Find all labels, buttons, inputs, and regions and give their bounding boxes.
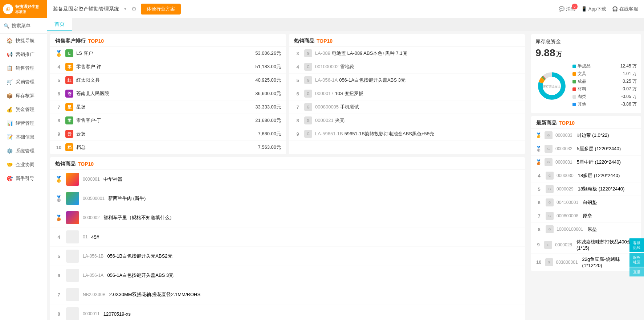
- product-name: 0000021夹壳: [315, 117, 520, 124]
- product-thumb: G: [304, 90, 312, 98]
- customer-service-button[interactable]: 客服热线: [629, 238, 644, 252]
- nav-item-collab[interactable]: 🤝 企业协同: [0, 158, 47, 172]
- app-download-label: App下载: [588, 6, 606, 12]
- rank-medal-icon: 🥈: [55, 195, 62, 202]
- nav-item-guide[interactable]: 🎯 新手引导: [0, 172, 47, 185]
- top-header: 装备及固定资产辅助管理系统 ▼ ⚙ 体验行业方案 💬 消息 6 📱 App下载 …: [47, 0, 644, 18]
- product-scroll-list: 3 G LA-089电池盖 LA-089 ABS本色+黑种 7.1克 4 G 0…: [289, 47, 525, 141]
- newest-products-list: 🥇 G 0000033 封边带 (1.0*22) 🥈 G 0000032 5厘多…: [531, 129, 641, 271]
- product-thumb: [66, 192, 79, 205]
- nav-label-inventory: 库存核算: [16, 93, 34, 99]
- rank-medal-icon: 🥇: [535, 132, 542, 138]
- logo-text: 畅捷通好生意 标准版: [15, 4, 39, 14]
- main-area: 装备及固定资产辅助管理系统 ▼ ⚙ 体验行业方案 💬 消息 6 📱 App下载 …: [47, 0, 644, 320]
- rank-number: 9: [294, 131, 301, 137]
- avatar: 苍: [65, 90, 73, 98]
- customer-name: 零售客户-许: [76, 63, 252, 70]
- rank-medal-icon: 🥉: [535, 159, 542, 165]
- product-name: 新西兰牛肉 (新牛): [108, 195, 146, 202]
- rank-number: 5: [55, 254, 62, 259]
- product-thumb: [66, 269, 79, 282]
- online-service-button[interactable]: 🎧 在线客服: [612, 6, 638, 12]
- legend-value: 1.01 万: [623, 71, 637, 77]
- customer-ranking-card: 销售客户排行 TOP10 🥇 L LS 客户 53,006.26元 4 零: [50, 34, 286, 154]
- customer-name: 星扬: [76, 104, 252, 110]
- product-name: LA-089电池盖 LA-089 ABS本色+黑种 7.1克: [315, 50, 520, 57]
- product-name: 2.0X30MM双搓花轴.搓花直径2.1MM/ROHS: [109, 291, 200, 298]
- product-code: 0000001: [83, 177, 100, 182]
- table-row: 4 G 001000002雪地靴: [289, 60, 525, 74]
- avatar: 红: [65, 76, 73, 84]
- legend-value: 0.07 万: [623, 86, 637, 92]
- inventory-card: 库存总资金 9.88万: [531, 34, 641, 113]
- rank-number: 8: [55, 118, 62, 123]
- customer-name: 零售客户-于: [76, 117, 252, 124]
- guide-icon: 🎯: [6, 175, 13, 182]
- rank-number: 9: [535, 242, 541, 247]
- system-icon: ⚙️: [6, 148, 13, 154]
- message-button[interactable]: 💬 消息 6: [559, 6, 575, 12]
- trial-button[interactable]: 体验行业方案: [141, 4, 181, 15]
- product-thumb: [66, 230, 79, 243]
- logo-icon: 好: [3, 4, 13, 14]
- table-row: 7 G 000800005手机测试: [289, 100, 525, 114]
- list-item: 7 NB2.0X30B 2.0X30MM双搓花轴.搓花直径2.1MM/ROHS: [50, 285, 525, 304]
- rank-number: 4: [55, 234, 62, 240]
- tab-home[interactable]: 首页: [47, 18, 72, 31]
- live-stream-button[interactable]: 直播: [629, 267, 644, 276]
- app-download-button[interactable]: 📱 App下载: [581, 6, 606, 12]
- new-product-name: 封边带 (1.0*22): [577, 132, 609, 139]
- new-product-code: 0000032: [555, 146, 572, 151]
- rank-number: 4: [535, 173, 543, 179]
- legend-dot: [572, 80, 576, 83]
- float-service-panel: 客服热线 服务社区 直播: [629, 238, 644, 276]
- service-community-button[interactable]: 服务社区: [629, 253, 644, 267]
- nav-item-purchase[interactable]: 🛒 采购管理: [0, 75, 47, 89]
- nav-label-purchase: 采购管理: [16, 79, 34, 85]
- legend-dot: [572, 95, 576, 99]
- rank-number: 7: [55, 104, 62, 110]
- nav-item-system[interactable]: ⚙️ 系统管理: [0, 144, 47, 158]
- legend-value: 12.45 万: [620, 63, 637, 69]
- new-product-code: 0000029: [557, 186, 574, 192]
- customer-amount: 53,006.26元: [255, 50, 281, 57]
- list-item: 6 LA-056-1A 056-1A白色按键开关盖ABS 3壳: [50, 266, 525, 285]
- dropdown-arrow-icon[interactable]: ▼: [123, 7, 127, 11]
- settings-icon[interactable]: ⚙: [131, 5, 136, 12]
- nav-item-marketing[interactable]: 📢 营销推广: [0, 48, 47, 61]
- avatar: 档: [65, 143, 73, 151]
- customer-amount: 7,680.00元: [258, 131, 281, 137]
- product-thumb: G: [546, 198, 554, 206]
- sidebar-search-section: 🔍 搜索菜单: [0, 18, 47, 34]
- legend-label: 肉类: [578, 94, 620, 100]
- nav-item-finance[interactable]: 💰 资金管理: [0, 103, 47, 116]
- new-product-name: 原垒: [587, 226, 597, 233]
- nav-item-sales[interactable]: 📋 销售管理: [0, 61, 47, 75]
- new-product-name: 18颗粒板 (1220*2440): [578, 186, 625, 192]
- nav-item-inventory[interactable]: 📦 库存核算: [0, 89, 47, 103]
- nav-item-operations[interactable]: 📊 经营管理: [0, 116, 47, 130]
- nav-item-quick[interactable]: 🏠 快捷导航: [0, 34, 47, 48]
- search-menu-button[interactable]: 🔍 搜索菜单: [4, 21, 43, 30]
- product-thumb: G: [304, 76, 312, 84]
- headset-icon: 🎧: [612, 6, 618, 12]
- new-product-code: 0000033: [555, 133, 572, 138]
- table-row: 5 红 红太阳文具 40,925.00元: [50, 74, 286, 87]
- finance-icon: 💰: [6, 106, 13, 113]
- product-name: 001000002雪地靴: [315, 63, 520, 70]
- list-item: 🥉 0000002 智利车子里（规格不知道填什么）: [50, 208, 525, 227]
- search-menu-label: 搜索菜单: [12, 22, 30, 29]
- nav-item-basics[interactable]: 📝 基础信息: [0, 130, 47, 144]
- new-product-code: 004100001: [557, 200, 578, 205]
- new-product-code: 0000030: [557, 173, 574, 178]
- legend-value: -0.05 万: [621, 94, 637, 100]
- rank-medal-icon: 🥉: [55, 214, 62, 221]
- inventory-legend: 半成品 12.45 万 文具 1.01 万 成品 0.25 万: [572, 63, 637, 109]
- nav-label-operations: 经营管理: [16, 120, 34, 127]
- newest-products-top10: TOP10: [559, 120, 575, 126]
- customer-top10-label: TOP10: [88, 38, 104, 44]
- newest-products-header: 最新商品 TOP10: [531, 116, 641, 129]
- new-product-code: 10000100001: [557, 227, 583, 232]
- list-item: 🥉 G 0000031 5厘中纤 (1220*2440): [531, 156, 641, 169]
- rank-number: 8: [535, 227, 543, 232]
